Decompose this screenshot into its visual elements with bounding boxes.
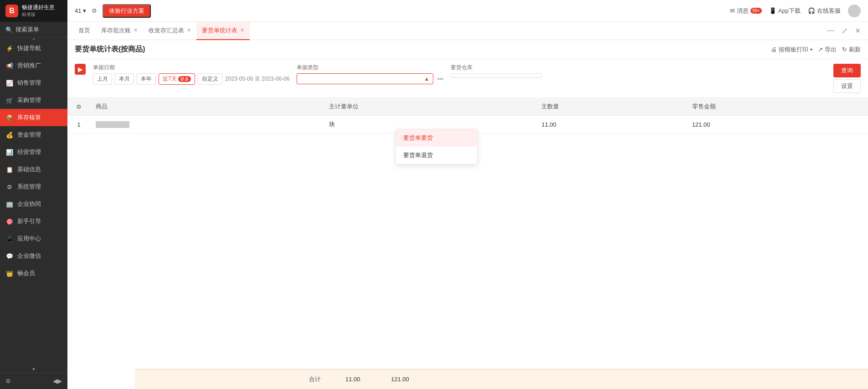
tab-order-close[interactable]: ✕	[240, 27, 244, 33]
dropdown-item-label: 要货单退货	[403, 152, 433, 159]
message-button[interactable]: ✉ 消息 99+	[730, 7, 762, 15]
tabs-right: — ⤢ ✕	[825, 25, 863, 37]
print-arrow-icon: ▾	[810, 47, 812, 52]
header-settings-icon[interactable]: ⚙	[92, 7, 97, 14]
filter-actions: 查询 设置	[833, 64, 861, 93]
header-right: ✉ 消息 99+ 📱 App下载 🎧 在线客服	[730, 5, 861, 17]
type-filter-label: 单据类型	[297, 64, 443, 72]
app-label: App下载	[778, 7, 801, 15]
message-badge: 99+	[750, 8, 762, 14]
guide-icon: 🎯	[5, 217, 14, 225]
sidebar-item-label: 销售管理	[17, 79, 41, 87]
top-header: 41 ▾ ⚙ 体验行业方案 ✉ 消息 99+ 📱 App下载 🎧 在线客服	[67, 0, 868, 22]
sidebar-item-system[interactable]: ⚙ 系统管理	[0, 178, 67, 195]
sidebar-item-basic[interactable]: 📋 基础信息	[0, 161, 67, 178]
sidebar-item-operation[interactable]: 📊 经营管理	[0, 143, 67, 161]
refresh-button[interactable]: ↻ 刷新	[842, 46, 861, 54]
tab-close-all-button[interactable]: ✕	[853, 25, 863, 37]
sidebar-item-label: 企业微信	[17, 252, 41, 260]
column-settings-icon[interactable]: ⚙	[76, 103, 82, 110]
col-header-amount: 零售金额	[687, 98, 868, 116]
logo: B 畅捷通好生意 标准版	[0, 0, 67, 22]
footer-label: 合计	[309, 375, 345, 384]
app-center-icon: 📱	[5, 235, 14, 243]
logo-title: 畅捷通好生意	[22, 4, 55, 11]
print-button[interactable]: 🖨 按模板打印 ▾	[771, 46, 812, 54]
sidebar-item-marketing[interactable]: 📢 营销推广	[0, 57, 67, 74]
table-footer: 合计 11.00 121.00	[135, 369, 868, 389]
tab-recv-summary[interactable]: 收发存汇总表 ✕	[143, 22, 196, 40]
date-buttons-row: 上月 本月 本年 近7天 更多 自定义 2023-05-06 至 2023-06…	[93, 73, 289, 85]
message-icon: ✉	[730, 7, 735, 14]
type-filter-group: 单据类型 ▲ •••	[297, 64, 443, 84]
date-filter-label: 单据日期	[93, 64, 115, 72]
search-icon: 🔍	[5, 26, 13, 33]
last-month-button[interactable]: 上月	[93, 73, 112, 85]
this-month-button[interactable]: 本月	[115, 73, 134, 85]
col-header-goods: 商品	[90, 98, 324, 116]
page-title: 要货单统计表(按商品)	[75, 45, 145, 54]
tab-order-label: 要货单统计表	[202, 26, 237, 35]
tab-order-stats[interactable]: 要货单统计表 ✕	[196, 22, 250, 40]
sidebar-item-label: 企业协同	[17, 200, 41, 208]
tab-batch[interactable]: 库存批次账 ✕	[96, 22, 143, 40]
this-year-button[interactable]: 本年	[137, 73, 156, 85]
store-selector[interactable]: 41 ▾	[75, 7, 86, 14]
tab-expand-button[interactable]: ⤢	[840, 25, 849, 37]
tab-minimize-button[interactable]: —	[825, 25, 836, 37]
dropdown-item-order-return[interactable]: 要货单退货	[396, 147, 477, 164]
system-icon: ⚙	[5, 183, 14, 191]
export-label: 导出	[825, 46, 837, 54]
sidebar-item-purchase[interactable]: 🛒 采购管理	[0, 92, 67, 109]
collapse-icon[interactable]: ◀▶	[53, 378, 62, 384]
logo-icon: B	[5, 5, 18, 17]
tab-batch-close[interactable]: ✕	[134, 27, 138, 33]
last-7days-label: 近7天	[163, 76, 177, 82]
app-download-button[interactable]: 📱 App下载	[769, 7, 801, 15]
dropdown-item-order-goods[interactable]: 要货单要货	[396, 129, 477, 147]
tab-recv-close[interactable]: ✕	[187, 27, 191, 33]
service-button[interactable]: 🎧 在线客服	[808, 7, 841, 15]
sidebar-item-inventory[interactable]: 📦 库存核算	[0, 109, 67, 126]
filter-expand-button[interactable]: ▶	[75, 64, 86, 75]
print-label: 按模板打印	[779, 46, 808, 54]
more-badge: 更多	[178, 76, 191, 82]
sidebar-item-sales[interactable]: 📈 销售管理	[0, 74, 67, 92]
sidebar-item-enterprise[interactable]: 🏢 企业协同	[0, 195, 67, 213]
cell-seq: 1	[67, 116, 90, 133]
sidebar-item-app-center[interactable]: 📱 应用中心	[0, 230, 67, 247]
user-avatar[interactable]	[848, 5, 861, 17]
query-button[interactable]: 查询	[833, 64, 861, 77]
sidebar-search[interactable]: 🔍 搜索菜单	[0, 22, 67, 38]
operation-icon: 📊	[5, 148, 14, 156]
sidebar-item-quick-nav[interactable]: ⚡ 快捷导航	[0, 40, 67, 57]
export-button[interactable]: ↗ 导出	[818, 46, 837, 54]
sales-icon: 📈	[5, 79, 14, 87]
footer-amount: 121.00	[391, 376, 409, 383]
sidebar-item-label: 快捷导航	[17, 44, 41, 52]
sidebar-item-finance[interactable]: 💰 资金管理	[0, 126, 67, 143]
sidebar-item-label: 系统管理	[17, 183, 41, 191]
type-select[interactable]: ▲	[297, 73, 433, 84]
type-select-arrow-icon: ▲	[424, 76, 430, 82]
settings-icon[interactable]: ⚙	[5, 378, 11, 384]
promo-button[interactable]: 体验行业方案	[103, 4, 151, 18]
sidebar-item-label: 新手引导	[17, 217, 41, 225]
custom-date-button[interactable]: 自定义	[198, 73, 222, 85]
sidebar-item-wecom[interactable]: 💬 企业微信	[0, 247, 67, 265]
set-button[interactable]: 设置	[833, 79, 861, 93]
sidebar-item-guide[interactable]: 🎯 新手引导	[0, 213, 67, 230]
logo-subtitle: 标准版	[22, 11, 55, 18]
marketing-icon: 📢	[5, 61, 14, 70]
sidebar-item-label: 资金管理	[17, 131, 41, 139]
last-7days-button[interactable]: 近7天 更多	[159, 73, 195, 85]
sidebar-item-member[interactable]: 👑 畅会员	[0, 265, 67, 282]
sidebar-scroll-down[interactable]: ▼	[0, 366, 67, 373]
tab-home[interactable]: 首页	[73, 22, 96, 40]
type-more-icon[interactable]: •••	[437, 76, 443, 82]
refresh-icon: ↻	[842, 46, 847, 53]
footer-qty: 11.00	[345, 376, 391, 383]
refresh-label: 刷新	[849, 46, 861, 54]
wecom-icon: 💬	[5, 252, 14, 260]
warehouse-select[interactable]	[451, 73, 542, 78]
